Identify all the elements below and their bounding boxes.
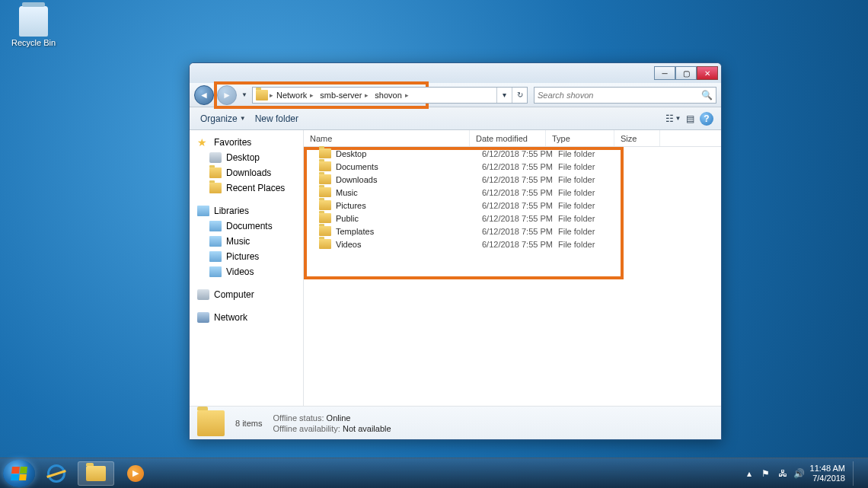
file-type: File folder (558, 201, 627, 210)
system-tray: ▴ ⚑ 🖧 🔊 11:48 AM 7/4/2018 (743, 461, 865, 486)
close-button[interactable]: ✕ (697, 66, 718, 80)
recycle-bin-label: Recycle Bin (9, 38, 58, 47)
breadcrumb-dropdown[interactable]: ▾ (496, 88, 512, 103)
item-count: 8 items (235, 419, 262, 428)
organize-menu[interactable]: Organize▼ (196, 112, 251, 126)
table-row[interactable]: Pictures6/12/2018 7:55 PMFile folder (304, 199, 721, 212)
help-button[interactable]: ? (698, 110, 715, 127)
file-type: File folder (558, 188, 627, 197)
network-icon (197, 312, 209, 323)
sidebar-item-desktop[interactable]: Desktop (190, 150, 303, 165)
show-desktop-button[interactable] (853, 461, 860, 486)
sidebar-libraries[interactable]: Libraries (190, 203, 303, 218)
file-list: Desktop6/12/2018 7:55 PMFile folderDocum… (304, 147, 721, 406)
tray-show-hidden[interactable]: ▴ (743, 467, 755, 480)
action-center-icon[interactable]: ⚑ (760, 467, 772, 480)
start-button[interactable] (3, 460, 35, 487)
table-row[interactable]: Videos6/12/2018 7:55 PMFile folder (304, 238, 721, 250)
file-type: File folder (558, 227, 627, 236)
library-icon (209, 251, 222, 262)
taskbar-app-ie[interactable] (38, 461, 75, 486)
file-type: File folder (558, 175, 627, 184)
sidebar-item-pictures[interactable]: Pictures (190, 249, 303, 264)
folder-icon (319, 213, 331, 223)
search-icon: 🔍 (701, 90, 713, 100)
sidebar-item-downloads[interactable]: Downloads (190, 165, 303, 180)
library-icon (209, 221, 222, 231)
file-type: File folder (558, 162, 627, 171)
offline-avail-value: Not available (343, 424, 391, 433)
file-date: 6/12/2018 7:55 PM (482, 240, 558, 249)
breadcrumb-segment[interactable]: Network▸ (273, 88, 317, 103)
forward-button[interactable]: ► (217, 85, 237, 105)
file-date: 6/12/2018 7:55 PM (482, 188, 558, 197)
file-name: Music (336, 188, 482, 197)
clock[interactable]: 11:48 AM 7/4/2018 (810, 464, 845, 483)
sidebar-network[interactable]: Network (190, 310, 303, 325)
refresh-button[interactable]: ↻ (512, 88, 527, 103)
file-name: Templates (336, 227, 482, 236)
table-row[interactable]: Public6/12/2018 7:55 PMFile folder (304, 212, 721, 225)
library-icon (209, 236, 222, 247)
sidebar-item-music[interactable]: Music (190, 234, 303, 249)
folder-icon (319, 187, 331, 197)
breadcrumb-segment[interactable]: smb-server▸ (317, 88, 372, 103)
desktop-icon (209, 152, 222, 163)
folder-icon (256, 90, 268, 100)
table-row[interactable]: Downloads6/12/2018 7:55 PMFile folder (304, 173, 721, 186)
new-folder-button[interactable]: New folder (251, 112, 303, 126)
nav-history-dropdown[interactable]: ▼ (240, 87, 249, 104)
folder-icon (319, 239, 331, 249)
sidebar-favorites[interactable]: ★Favorites (190, 135, 303, 150)
window-titlebar[interactable]: ─ ▢ ✕ (190, 63, 721, 83)
table-row[interactable]: Templates6/12/2018 7:55 PMFile folder (304, 225, 721, 238)
folder-icon (319, 148, 331, 158)
breadcrumb[interactable]: ▸ Network▸ smb-server▸ shovon▸ ▾ ↻ (252, 87, 528, 104)
libraries-icon (197, 206, 209, 216)
table-row[interactable]: Music6/12/2018 7:55 PMFile folder (304, 186, 721, 199)
volume-icon[interactable]: 🔊 (793, 467, 806, 480)
media-player-icon: ▶ (127, 465, 144, 482)
preview-pane-button[interactable]: ▤ (681, 110, 698, 127)
file-name: Desktop (336, 149, 482, 158)
table-row[interactable]: Desktop6/12/2018 7:55 PMFile folder (304, 147, 721, 160)
desktop-icon-recycle-bin[interactable]: Recycle Bin (9, 6, 58, 47)
sidebar-computer[interactable]: Computer (190, 287, 303, 302)
column-header-date[interactable]: Date modified (470, 130, 546, 146)
folder-icon (319, 200, 331, 210)
breadcrumb-segment[interactable]: shovon▸ (372, 88, 411, 103)
table-row[interactable]: Documents6/12/2018 7:55 PMFile folder (304, 160, 721, 173)
sidebar-item-recent[interactable]: Recent Places (190, 180, 303, 196)
file-list-pane: Name Date modified Type Size Desktop6/12… (304, 130, 721, 406)
maximize-button[interactable]: ▢ (675, 66, 697, 80)
file-type: File folder (558, 214, 627, 223)
chevron-right-icon: ▸ (310, 91, 314, 99)
search-input[interactable] (538, 91, 701, 100)
column-header-type[interactable]: Type (546, 130, 614, 146)
library-icon (209, 266, 222, 277)
file-date: 6/12/2018 7:55 PM (482, 201, 558, 210)
view-options-button[interactable]: ☷▼ (665, 110, 681, 127)
sidebar-item-videos[interactable]: Videos (190, 264, 303, 279)
taskbar-app-explorer[interactable] (78, 461, 114, 486)
column-header-size[interactable]: Size (614, 130, 660, 146)
back-button[interactable]: ◄ (194, 85, 214, 105)
clock-date: 7/4/2018 (810, 474, 845, 483)
minimize-button[interactable]: ─ (654, 66, 675, 80)
windows-logo-icon (11, 467, 27, 480)
sidebar-item-documents[interactable]: Documents (190, 218, 303, 234)
folder-icon (209, 167, 222, 178)
column-header-name[interactable]: Name (304, 130, 470, 146)
file-type: File folder (558, 240, 627, 249)
offline-status-label: Offline status: (273, 413, 324, 423)
nav-toolbar: ◄ ► ▼ ▸ Network▸ smb-server▸ shovon▸ ▾ ↻… (190, 83, 721, 107)
help-icon: ? (700, 112, 713, 126)
network-icon[interactable]: 🖧 (777, 467, 789, 480)
folder-icon (319, 226, 331, 236)
file-type: File folder (558, 149, 627, 158)
file-date: 6/12/2018 7:55 PM (482, 149, 558, 158)
taskbar-app-wmp[interactable]: ▶ (117, 461, 154, 486)
search-box[interactable]: 🔍 (534, 87, 716, 104)
details-pane: 8 items Offline status: Online Offline a… (190, 406, 721, 439)
navigation-pane: ★Favorites Desktop Downloads Recent Plac… (190, 130, 304, 406)
